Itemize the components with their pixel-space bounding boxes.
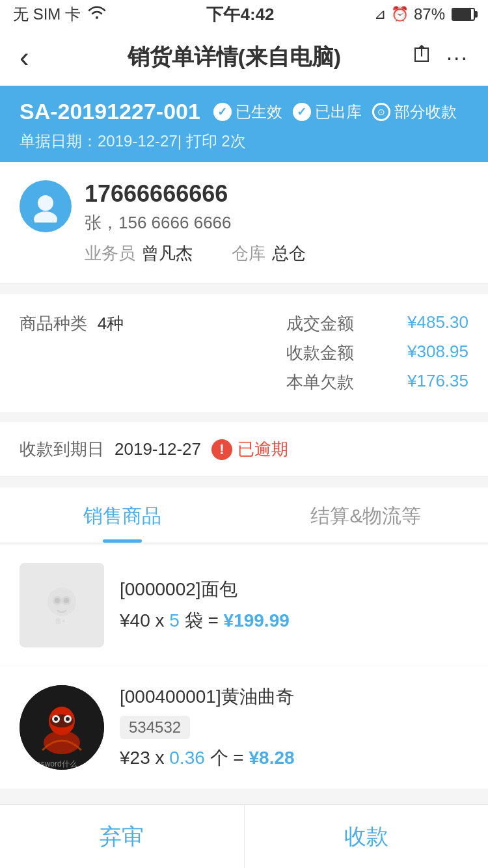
customer-id-phone: 17666666666 <box>85 180 468 208</box>
due-date-value: 2019-12-27 <box>115 439 201 459</box>
customer-section: 17666666666 张，156 6666 6666 业务员 曾凡杰 仓库 总… <box>0 162 488 284</box>
print-label: | 打印 <box>178 132 217 150</box>
svg-text:鲁+: 鲁+ <box>55 617 66 625</box>
types-value: 4种 <box>98 314 124 333</box>
product-info-1: [0000002]面包 ¥40 x 5 袋 = ¥199.99 <box>120 577 468 633</box>
status-time: 下午4:42 <box>206 3 274 26</box>
nav-bar: ‹ 销货单详情(来自电脑) ··· <box>0 29 488 86</box>
product-name-1: [0000002]面包 <box>120 577 468 602</box>
owed-value: ¥176.35 <box>407 371 468 394</box>
location-icon: ⊿ <box>374 6 386 23</box>
status-bar: 无 SIM 卡 下午4:42 ⊿ ⏰ 87% <box>0 0 488 29</box>
received-amount-row: 收款金额 ¥308.95 <box>286 342 468 364</box>
header-band: SA-20191227-001 ✓ 已生效 ✓ 已出库 ⊙ 部分收款 单据日期：… <box>0 86 488 162</box>
summary-right: 成交金额 ¥485.30 收款金额 ¥308.95 本单欠款 ¥176.35 <box>286 312 468 394</box>
customer-meta: 业务员 曾凡杰 仓库 总仓 <box>85 242 468 265</box>
svg-point-5 <box>55 598 60 603</box>
sales-label: 业务员 <box>85 242 135 265</box>
tab-settlement-logistics[interactable]: 结算&物流等 <box>244 487 488 543</box>
qty-2: 0.36 <box>169 748 205 768</box>
qty-unit-2: 个 <box>210 748 228 768</box>
product-price-2: ¥23 x 0.36 个 = ¥8.28 <box>120 746 468 770</box>
check-icon-1: ✓ <box>213 103 232 121</box>
check-icon-2: ✓ <box>293 103 311 121</box>
received-label: 收款金额 <box>286 342 354 364</box>
qty-unit-1: 袋 <box>185 610 203 631</box>
product-types: 商品种类 4种 <box>20 312 124 335</box>
product-item: 鲁+ [0000002]面包 ¥40 x 5 袋 = ¥199.99 <box>0 545 488 666</box>
order-id: SA-20191227-001 <box>20 99 200 124</box>
wifi-icon <box>87 5 107 24</box>
product-name-2: [000400001]黄油曲奇 <box>120 685 468 709</box>
overdue-icon: ! <box>211 439 232 460</box>
header-date-info: 单据日期：2019-12-27| 打印 2次 <box>20 131 468 152</box>
product-info-2: [000400001]黄油曲奇 534532 ¥23 x 0.36 个 = ¥8… <box>120 685 468 770</box>
svg-point-14 <box>54 717 58 721</box>
nav-actions: ··· <box>410 43 468 72</box>
total-2: ¥8.28 <box>249 748 294 768</box>
qty-1: 5 <box>169 610 180 631</box>
deal-amount-label: 成交金额 <box>286 312 354 335</box>
clock-icon: ⊙ <box>372 103 390 121</box>
product-item-2: assword什么 [000400001]黄油曲奇 534532 ¥23 x 0… <box>0 666 488 789</box>
overdue-badge: ! 已逾期 <box>211 438 288 461</box>
status-right: ⊿ ⏰ 87% <box>374 5 475 23</box>
products-section: 鲁+ [0000002]面包 ¥40 x 5 袋 = ¥199.99 <box>0 545 488 789</box>
warehouse-label: 仓库 <box>232 242 265 265</box>
cancel-review-button[interactable]: 弃审 <box>0 805 245 868</box>
types-label: 商品种类 <box>20 314 87 333</box>
deal-amount-value: ¥485.30 <box>407 312 468 335</box>
product-price-1: ¥40 x 5 袋 = ¥199.99 <box>120 608 468 633</box>
tab-sales-products[interactable]: 销售商品 <box>0 487 244 543</box>
order-date: 2019-12-27 <box>98 132 178 150</box>
owed-amount-row: 本单欠款 ¥176.35 <box>286 371 468 394</box>
summary-left: 商品种类 4种 <box>20 312 124 335</box>
no-sim-text: 无 SIM 卡 <box>13 4 81 25</box>
warehouse-value: 总仓 <box>272 242 306 265</box>
badge-partial-payment: ⊙ 部分收款 <box>372 102 457 122</box>
bottom-bar: 弃审 收款 <box>0 804 488 868</box>
svg-point-0 <box>38 195 53 211</box>
svg-text:assword什么: assword什么 <box>33 759 77 768</box>
status-badges: ✓ 已生效 ✓ 已出库 ⊙ 部分收款 <box>213 102 457 122</box>
customer-name-phone: 张，156 6666 6666 <box>85 211 468 234</box>
avatar <box>20 180 72 232</box>
overdue-text: 已逾期 <box>237 438 288 461</box>
back-button[interactable]: ‹ <box>20 41 59 74</box>
sales-value: 曾凡杰 <box>142 242 193 265</box>
status-left: 无 SIM 卡 <box>13 4 107 25</box>
battery-icon <box>452 8 475 21</box>
header-band-top: SA-20191227-001 ✓ 已生效 ✓ 已出库 ⊙ 部分收款 <box>20 99 468 124</box>
due-section: 收款到期日 2019-12-27 ! 已逾期 <box>0 422 488 477</box>
svg-point-1 <box>34 211 57 223</box>
sales-person: 业务员 曾凡杰 <box>85 242 193 265</box>
more-icon[interactable]: ··· <box>446 44 468 70</box>
print-count: 2 <box>221 132 230 150</box>
customer-info: 17666666666 张，156 6666 6666 业务员 曾凡杰 仓库 总… <box>85 180 468 265</box>
tabs-section: 销售商品 结算&物流等 <box>0 487 488 543</box>
svg-point-6 <box>64 598 69 603</box>
page-title: 销货单详情(来自电脑) <box>128 42 342 72</box>
alarm-icon: ⏰ <box>391 6 409 23</box>
price-base-1: ¥40 <box>120 610 150 631</box>
product-image-1: 鲁+ <box>20 563 104 647</box>
date-label: 单据日期： <box>20 132 98 150</box>
share-icon[interactable] <box>410 43 433 72</box>
svg-point-15 <box>66 717 70 721</box>
print-suffix: 次 <box>230 132 246 150</box>
battery-text: 87% <box>414 5 445 23</box>
badge-activated: ✓ 已生效 <box>213 102 282 122</box>
received-value: ¥308.95 <box>407 342 468 364</box>
price-base-2: ¥23 <box>120 748 150 768</box>
svg-point-11 <box>44 731 80 754</box>
due-label: 收款到期日 <box>20 438 104 461</box>
product-image-2: assword什么 <box>20 685 104 770</box>
total-1: ¥199.99 <box>224 610 290 631</box>
product-sku-2: 534532 <box>120 716 190 739</box>
badge-shipped: ✓ 已出库 <box>293 102 362 122</box>
summary-section: 商品种类 4种 成交金额 ¥485.30 收款金额 ¥308.95 本单欠款 ¥… <box>0 294 488 412</box>
deal-amount-row: 成交金额 ¥485.30 <box>286 312 468 335</box>
warehouse: 仓库 总仓 <box>232 242 306 265</box>
owed-label: 本单欠款 <box>286 371 354 394</box>
collect-payment-button[interactable]: 收款 <box>245 805 489 868</box>
